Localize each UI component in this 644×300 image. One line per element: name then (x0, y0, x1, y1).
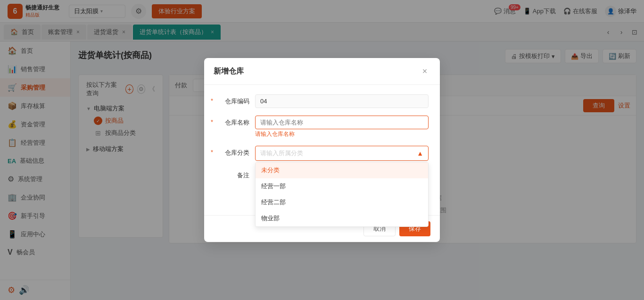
category-select[interactable]: 请输入所属分类 ▲ (255, 146, 429, 161)
name-label: 仓库名称 (215, 116, 249, 127)
name-input[interactable] (255, 116, 429, 129)
modal-header: 新增仓库 × (204, 58, 440, 85)
modal-title: 新增仓库 (214, 67, 244, 76)
modal-overlay: 新增仓库 × 仓库编码 仓库名称 请输入仓库名称 仓库分类 (0, 0, 644, 300)
name-control: 请输入仓库名称 (255, 116, 429, 138)
modal-body: 仓库编码 仓库名称 请输入仓库名称 仓库分类 请输入所属分类 (204, 85, 440, 215)
dropdown-item-unclassified[interactable]: 未分类 (256, 162, 428, 178)
dropdown-item-dept3[interactable]: 物业部 (256, 210, 428, 226)
code-input[interactable] (255, 94, 429, 108)
dropdown-item-dept2[interactable]: 经营二部 (256, 194, 428, 210)
category-control: 请输入所属分类 ▲ 未分类 经营一部 经营二部 物业部 (255, 146, 429, 161)
chevron-up-icon: ▲ (417, 150, 423, 157)
code-label: 仓库编码 (215, 94, 249, 106)
category-label: 仓库分类 (215, 146, 249, 157)
category-placeholder: 请输入所属分类 (260, 149, 303, 158)
form-item-name: 仓库名称 请输入仓库名称 (215, 116, 429, 138)
modal-close-button[interactable]: × (419, 66, 430, 77)
form-item-code: 仓库编码 (215, 94, 429, 108)
new-warehouse-modal: 新增仓库 × 仓库编码 仓库名称 请输入仓库名称 仓库分类 (204, 58, 440, 242)
code-control (255, 94, 429, 108)
name-error-message: 请输入仓库名称 (255, 130, 429, 138)
category-dropdown: 未分类 经营一部 经营二部 物业部 (255, 162, 429, 227)
note-label: 备注 (215, 168, 249, 180)
form-item-category: 仓库分类 请输入所属分类 ▲ 未分类 经营一部 经营二部 物业部 (215, 146, 429, 161)
dropdown-item-dept1[interactable]: 经营一部 (256, 178, 428, 194)
